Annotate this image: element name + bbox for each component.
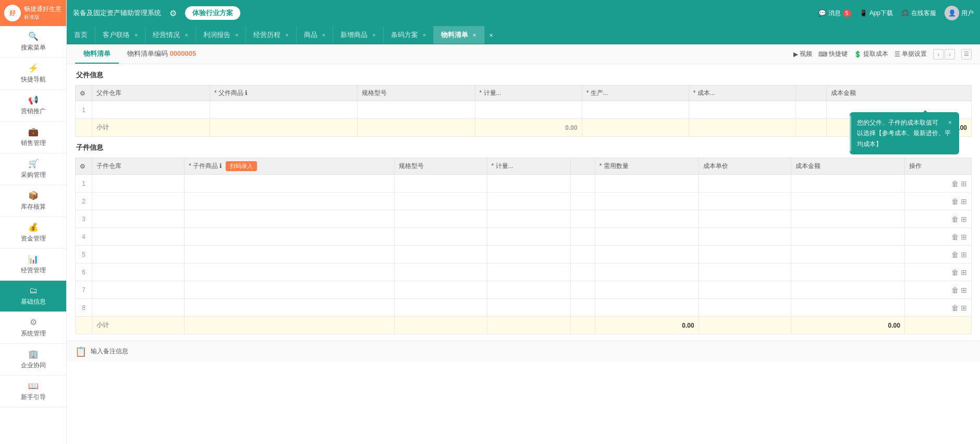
tab-close-operations_status[interactable]: × (185, 32, 188, 38)
child-warehouse-8[interactable] (92, 299, 185, 317)
child-spec-1[interactable] (395, 175, 487, 193)
copy-icon-2[interactable]: ⊞ (961, 197, 967, 206)
child-warehouse-1[interactable] (92, 175, 185, 193)
sidebar-item-purchase[interactable]: 🛒采购管理 (0, 153, 66, 185)
parent-goods-1[interactable] (210, 101, 357, 119)
sidebar-item-finance[interactable]: 💰资金管理 (0, 217, 66, 249)
list-view-icon[interactable]: ☰ (961, 49, 972, 59)
delete-icon-5[interactable]: 🗑 (951, 250, 959, 259)
scan-button[interactable]: 扫码录入 (226, 161, 257, 171)
child-cost-unit-7[interactable] (699, 281, 791, 299)
child-qty-needed-8[interactable] (595, 299, 699, 317)
nav-tab-home[interactable]: 首页 (67, 26, 95, 44)
parent-warehouse-1[interactable] (92, 101, 210, 119)
child-goods-8[interactable] (185, 299, 395, 317)
sidebar-item-enterprise[interactable]: 🏢企业协同 (0, 344, 66, 376)
nav-tab-operations_history[interactable]: 经营历程× (246, 26, 296, 44)
child-warehouse-6[interactable] (92, 263, 185, 281)
child-cost-unit-1[interactable] (699, 175, 791, 193)
child-qty-needed-5[interactable] (595, 246, 699, 263)
parent-production-1[interactable] (582, 101, 689, 119)
child-qty-needed-4[interactable] (595, 228, 699, 246)
child-qty-needed-3[interactable] (595, 210, 699, 228)
prev-arrow[interactable]: ‹ (933, 49, 944, 59)
tab-close-bom[interactable]: × (473, 32, 476, 38)
child-qty-needed-1[interactable] (595, 175, 699, 193)
tab-close-barcode[interactable]: × (423, 32, 426, 38)
parent-cost-1[interactable] (689, 101, 795, 119)
parent-spec-1[interactable] (357, 101, 475, 119)
delete-icon-8[interactable]: 🗑 (951, 304, 959, 312)
child-qty-7[interactable] (487, 281, 571, 299)
sidebar-item-search[interactable]: 🔍搜索菜单 (0, 26, 66, 58)
child-cost-unit-2[interactable] (699, 193, 791, 210)
child-qty-needed-6[interactable] (595, 263, 699, 281)
shortcut-action[interactable]: ⌨ 快捷键 (818, 50, 848, 58)
child-qty-5[interactable] (487, 246, 571, 263)
child-goods-5[interactable] (185, 246, 395, 263)
video-action[interactable]: ▶ 视频 (793, 50, 812, 58)
child-spec-2[interactable] (395, 193, 487, 210)
copy-icon-5[interactable]: ⊞ (961, 250, 967, 259)
sidebar-item-inventory[interactable]: 📦库存核算 (0, 185, 66, 217)
online-service-action[interactable]: 🎧 在线客服 (901, 9, 936, 18)
doc-settings-action[interactable]: ☰ 单据设置 (895, 50, 927, 58)
child-goods-1[interactable] (185, 175, 395, 193)
trial-button[interactable]: 体验行业方案 (185, 6, 240, 20)
app-download-action[interactable]: 📱 App下载 (860, 9, 893, 18)
delete-icon-1[interactable]: 🗑 (951, 179, 959, 188)
sidebar-item-nav[interactable]: ⚡快捷导航 (0, 58, 66, 90)
child-cost-unit-8[interactable] (699, 299, 791, 317)
child-cost-unit-3[interactable] (699, 210, 791, 228)
sidebar-item-marketing[interactable]: 📢营销推广 (0, 90, 66, 122)
child-goods-3[interactable] (185, 210, 395, 228)
tab-close-profit_report[interactable]: × (235, 32, 238, 38)
parent-qty-1[interactable] (475, 101, 582, 119)
delete-icon-4[interactable]: 🗑 (951, 233, 959, 241)
child-qty-1[interactable] (487, 175, 571, 193)
next-arrow[interactable]: › (945, 49, 955, 59)
sidebar-item-sales[interactable]: 💼销售管理 (0, 122, 66, 153)
note-label[interactable]: 输入备注信息 (91, 347, 128, 356)
child-spec-4[interactable] (395, 228, 487, 246)
child-qty-needed-2[interactable] (595, 193, 699, 210)
child-qty-8[interactable] (487, 299, 571, 317)
child-goods-4[interactable] (185, 228, 395, 246)
child-goods-2[interactable] (185, 193, 395, 210)
child-goods-6[interactable] (185, 263, 395, 281)
child-qty-3[interactable] (487, 210, 571, 228)
child-warehouse-2[interactable] (92, 193, 185, 210)
delete-icon-6[interactable]: 🗑 (951, 268, 959, 277)
delete-icon-2[interactable]: 🗑 (951, 197, 959, 206)
nav-tab-customer[interactable]: 客户联络× (95, 26, 145, 44)
child-qty-needed-7[interactable] (595, 281, 699, 299)
delete-icon-7[interactable]: 🗑 (951, 286, 959, 294)
nav-tab-operations_status[interactable]: 经营情况× (145, 26, 195, 44)
sidebar-item-system[interactable]: ⚙系统管理 (0, 312, 66, 344)
copy-icon-7[interactable]: ⊞ (961, 286, 967, 294)
nav-tab-bom[interactable]: 物料清单× (434, 26, 484, 44)
child-cost-unit-5[interactable] (699, 246, 791, 263)
delete-icon-3[interactable]: 🗑 (951, 215, 959, 223)
child-qty-2[interactable] (487, 193, 571, 210)
user-action[interactable]: 👤 用户 (945, 6, 974, 20)
nav-tab-goods[interactable]: 商品× (297, 26, 333, 44)
child-warehouse-3[interactable] (92, 210, 185, 228)
th-child-settings[interactable]: ⚙ (76, 158, 92, 175)
child-cost-unit-6[interactable] (699, 263, 791, 281)
child-cost-unit-4[interactable] (699, 228, 791, 246)
sidebar-item-operations[interactable]: 📊经营管理 (0, 249, 66, 281)
tab-close-new_goods[interactable]: × (372, 32, 375, 38)
tab-close-customer[interactable]: × (134, 32, 138, 38)
sidebar-item-basic[interactable]: 🗂基础信息 (0, 281, 66, 312)
child-spec-7[interactable] (395, 281, 487, 299)
tooltip-close-button[interactable]: × (948, 117, 952, 128)
child-spec-8[interactable] (395, 299, 487, 317)
tab-bom-code[interactable]: 物料清单编码 0000005 (119, 45, 204, 64)
nav-tab-new_goods[interactable]: 新增商品× (333, 26, 383, 44)
sidebar-item-guide[interactable]: 📖新手引导 (0, 376, 66, 407)
child-warehouse-5[interactable] (92, 246, 185, 263)
cost-extract-action[interactable]: 💲 提取成本 (854, 50, 888, 58)
copy-icon-4[interactable]: ⊞ (961, 233, 967, 241)
th-parent-settings[interactable]: ⚙ (76, 86, 92, 101)
